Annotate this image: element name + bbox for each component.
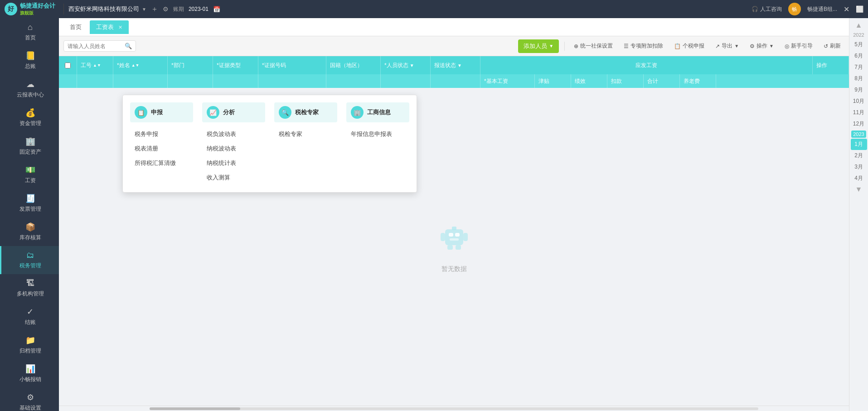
sidebar-item-fund[interactable]: 💰 资金管理 — [0, 103, 59, 132]
sidebar-item-multi-org[interactable]: 🏗 多机构管理 — [0, 274, 59, 302]
sidebar-item-fixed-asset[interactable]: 🏢 固定资产 — [0, 132, 59, 160]
new-guide-action-icon: ◎ — [785, 43, 789, 49]
tax-stat-label: 纳税统计表 — [207, 160, 236, 166]
dropdown-section-business-info-header: 🏢 工商信息 — [346, 102, 409, 122]
analysis-section-label: 分析 — [223, 108, 235, 116]
sidebar-item-ledger[interactable]: 📒 总账 — [0, 46, 59, 75]
sidebar-item-archive[interactable]: 📁 归档管理 — [0, 331, 59, 359]
user-avatar[interactable]: 畅 — [788, 3, 801, 15]
dropdown-item-income-tax-clear[interactable]: 所得税汇算清缴 — [130, 156, 193, 170]
tax-icon: 🗂 — [26, 251, 34, 260]
report-section-icon: 📋 — [135, 106, 147, 119]
inventory-icon: 📦 — [25, 222, 35, 232]
analysis-section-icon: 📈 — [207, 106, 219, 119]
sidebar-item-mini-report[interactable]: 📊 小畅报销 — [0, 359, 59, 388]
timeline-month-6[interactable]: 6月 — [851, 50, 867, 62]
company-name: 西安虾米网络科技有限公司 — [68, 5, 139, 13]
tab-close-button[interactable]: ✕ — [118, 24, 122, 30]
refresh-label: 刷新 — [830, 42, 841, 50]
service-button[interactable]: 🎧 人工咨询 — [752, 5, 782, 13]
app-title: 畅捷通好会计 — [20, 2, 55, 10]
period-value: 2023-01 — [189, 6, 209, 12]
select-all-checkbox[interactable] — [65, 63, 71, 68]
th-checkbox[interactable] — [59, 56, 77, 74]
maximize-window-button[interactable]: ⬜ — [856, 5, 863, 13]
th-nation: 国籍（地区） — [326, 56, 381, 74]
timeline-month-2[interactable]: 2月 — [851, 150, 867, 161]
timeline-month-5[interactable]: 5月 — [851, 39, 867, 50]
search-input[interactable] — [68, 43, 122, 49]
timeline-month-8[interactable]: 8月 — [851, 73, 867, 84]
add-person-button[interactable]: 添加人员 ▼ — [518, 39, 559, 53]
dropdown-item-tax-table-manual[interactable]: 税表清册 — [130, 141, 193, 156]
company-settings-icon[interactable]: ⚙ — [163, 5, 169, 13]
timeline-month-12[interactable]: 12月 — [851, 118, 867, 130]
sidebar-item-cloud-report[interactable]: ☁ 云报表中心 — [0, 75, 59, 103]
operations-dropdown-icon: ▼ — [769, 44, 774, 48]
search-box[interactable]: 🔍 — [63, 40, 136, 52]
bottom-scrollbar[interactable] — [59, 406, 849, 411]
sidebar-item-invoice[interactable]: 🧾 发票管理 — [0, 189, 59, 218]
social-insurance-button[interactable]: ⊕ 统一社保设置 — [570, 40, 616, 52]
dropdown-item-tax-report[interactable]: 税务申报 — [130, 127, 193, 141]
sidebar-item-label: 库存核算 — [19, 234, 41, 242]
tab-home[interactable]: 首页 — [63, 20, 88, 34]
new-guide-action-button[interactable]: ◎ 新手引导 — [781, 40, 816, 52]
sidebar-item-closing[interactable]: ✓ 结账 — [0, 302, 59, 331]
timeline-next-button[interactable]: ▼ — [854, 184, 864, 195]
dropdown-item-income-calc[interactable]: 收入测算 — [202, 170, 265, 185]
multi-org-icon: 🏗 — [26, 279, 34, 288]
dropdown-item-tax-expert[interactable]: 税检专家 — [274, 127, 337, 141]
service-label: 人工咨询 — [760, 5, 782, 13]
calendar-icon[interactable]: 📅 — [213, 6, 220, 13]
table-header: 工号 ▲▼ *姓名 ▲▼ *部门 *证据类型 *证据号码 国籍（地区） — [59, 56, 849, 74]
tab-salary-table[interactable]: 工资表 ✕ — [90, 20, 129, 34]
dropdown-item-tax-fluctuation[interactable]: 税负波动表 — [202, 127, 265, 141]
timeline-prev-button[interactable]: ▲ — [854, 20, 864, 31]
sidebar-item-tax[interactable]: 🗂 税务管理 — [0, 246, 59, 274]
sidebar-item-basic-settings[interactable]: ⚙ 基础设置 — [0, 388, 59, 411]
company-selector[interactable]: 西安虾米网络科技有限公司 ▼ — [68, 5, 146, 13]
sidebar: ⌂ 首页 📒 总账 ☁ 云报表中心 💰 资金管理 🏢 固定资产 💵 工资 🧾 发… — [0, 18, 59, 411]
timeline-month-7[interactable]: 7月 — [851, 62, 867, 73]
sidebar-item-label: 多机构管理 — [17, 290, 44, 298]
operations-button[interactable]: ⚙ 操作 ▼ — [746, 40, 777, 52]
personal-tax-icon: 📋 — [674, 43, 681, 49]
scroll-track — [150, 407, 758, 410]
refresh-button[interactable]: ↺ 刷新 — [820, 40, 844, 52]
personal-tax-button[interactable]: 📋 个税申报 — [670, 40, 708, 52]
dropdown-item-annual-report[interactable]: 年报信息申报表 — [346, 127, 409, 141]
sidebar-item-label: 发票管理 — [19, 205, 41, 213]
filter-icon-status[interactable]: ▼ — [410, 63, 414, 68]
scroll-thumb[interactable] — [150, 407, 240, 410]
export-button[interactable]: ↗ 导出 ▼ — [712, 40, 742, 52]
search-icon: 🔍 — [125, 43, 132, 49]
separator-1 — [564, 42, 565, 51]
timeline-month-1[interactable]: 1月 — [851, 139, 867, 150]
timeline-month-3[interactable]: 3月 — [851, 161, 867, 173]
timeline-month-4[interactable]: 4月 — [851, 173, 867, 184]
special-deduction-button[interactable]: ☰ 专项附加扣除 — [620, 40, 667, 52]
app-edition: 旗舰版 — [20, 10, 55, 16]
sidebar-item-salary[interactable]: 💵 工资 — [0, 160, 59, 189]
refresh-icon: ↺ — [824, 43, 828, 49]
filter-icon-report-status[interactable]: ▼ — [457, 63, 462, 68]
timeline-month-11[interactable]: 11月 — [851, 107, 867, 118]
business-info-section-label: 工商信息 — [367, 108, 391, 116]
timeline-month-9[interactable]: 9月 — [851, 84, 867, 96]
sub-th-total: 合计 — [644, 74, 680, 88]
sidebar-item-label: 资金管理 — [19, 120, 41, 127]
add-company-button[interactable]: ＋ — [151, 5, 158, 14]
timeline-month-10[interactable]: 10月 — [851, 96, 867, 107]
sidebar-item-inventory[interactable]: 📦 库存核算 — [0, 218, 59, 246]
income-tax-clear-label: 所得税汇算清缴 — [135, 160, 176, 166]
logo-area: 好 畅捷通好会计 旗舰版 — [5, 2, 59, 16]
dropdown-item-tax-payment-fluctuation[interactable]: 纳税波动表 — [202, 141, 265, 156]
basic-settings-icon: ⚙ — [27, 392, 34, 402]
th-report-status-label: 报送状态 — [434, 62, 456, 69]
th-num: 工号 ▲▼ — [77, 56, 113, 74]
toolbar: 🔍 添加人员 ▼ ⊕ 统一社保设置 ☰ 专项附加扣除 📋 个税申报 ↗ — [59, 36, 849, 56]
sidebar-item-home[interactable]: ⌂ 首页 — [0, 18, 59, 46]
close-window-button[interactable]: ✕ — [844, 5, 849, 14]
dropdown-item-tax-stat[interactable]: 纳税统计表 — [202, 156, 265, 170]
